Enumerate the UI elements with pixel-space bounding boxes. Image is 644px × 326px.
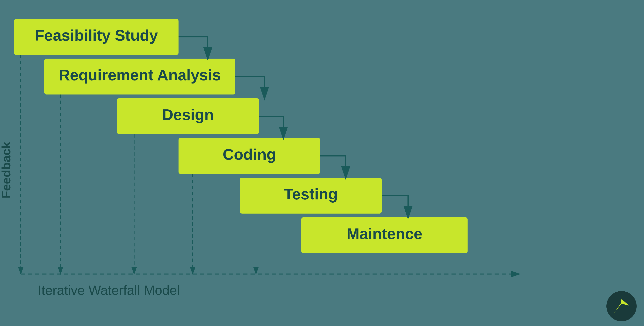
- diagram-container: Feasibility Study Requirement Analysis D…: [0, 0, 644, 326]
- testing-label: Testing: [284, 185, 338, 203]
- logo-circle: [606, 291, 637, 321]
- design-label: Design: [162, 106, 214, 123]
- feedback-text: Feedback: [0, 142, 13, 198]
- bottom-model-label: Iterative Waterfall Model: [38, 283, 180, 298]
- maintenance-label: Maintence: [347, 225, 422, 242]
- feasibility-label: Feasibility Study: [35, 27, 158, 44]
- coding-label: Coding: [223, 146, 276, 163]
- requirement-label: Requirement Analysis: [59, 66, 221, 84]
